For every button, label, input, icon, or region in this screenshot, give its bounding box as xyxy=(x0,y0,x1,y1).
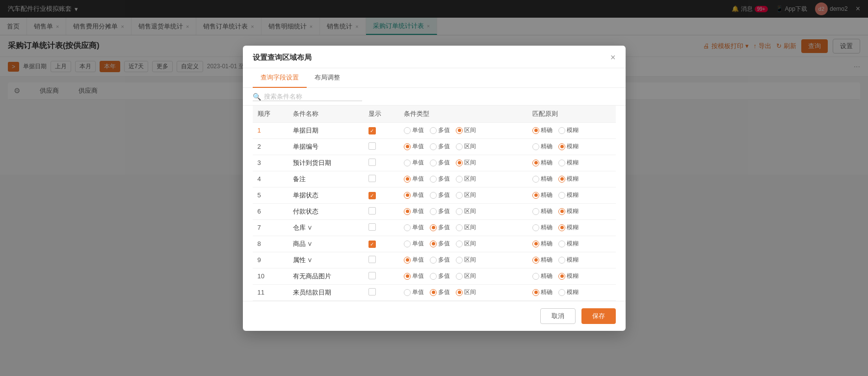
row-name: 单据日期 xyxy=(288,122,364,138)
checkbox[interactable] xyxy=(368,175,376,175)
modal-tab-layout-label: 布局调整 xyxy=(315,74,340,81)
type-range-radio[interactable]: 区间 xyxy=(456,142,476,151)
radio-fuzzy-circle xyxy=(558,127,565,134)
table-row: 4备注 单值 多值 区间 精确 xyxy=(253,171,616,175)
type-multi-radio[interactable]: 多值 xyxy=(430,126,450,134)
row-type: 单值 多值 区间 xyxy=(399,155,527,171)
type-single-radio[interactable]: 单值 xyxy=(404,159,424,167)
type-single-label: 单值 xyxy=(412,142,424,151)
row-seq: 2 xyxy=(253,138,288,155)
seq-number: 1 xyxy=(258,127,261,134)
type-range-label: 区间 xyxy=(464,126,476,134)
checkbox[interactable] xyxy=(368,159,376,166)
settings-modal: 设置查询区域布局 × 查询字段设置 布局调整 🔍 顺序 xyxy=(243,46,626,175)
modal-header: 设置查询区域布局 × xyxy=(243,46,626,68)
radio-exact-circle xyxy=(532,160,539,166)
type-range-label: 区间 xyxy=(464,159,476,167)
radio-multi-circle xyxy=(430,160,437,166)
row-display-checkbox[interactable] xyxy=(364,138,399,155)
modal-close-button[interactable]: × xyxy=(610,53,616,63)
modal-overlay: 设置查询区域布局 × 查询字段设置 布局调整 🔍 顺序 xyxy=(0,0,868,175)
match-exact-label: 精确 xyxy=(541,126,552,134)
row-display-checkbox[interactable] xyxy=(364,171,399,175)
type-multi-radio[interactable]: 多值 xyxy=(430,159,450,167)
col-header-name: 条件名称 xyxy=(288,106,364,123)
type-multi-label: 多值 xyxy=(438,159,450,167)
row-type: 单值 多值 区间 xyxy=(399,171,527,175)
radio-exact-circle xyxy=(532,127,539,134)
type-radio-group: 单值 多值 区间 xyxy=(404,142,523,151)
type-single-label: 单值 xyxy=(412,159,424,167)
row-seq: 3 xyxy=(253,155,288,171)
modal-table-wrap: 顺序 条件名称 显示 条件类型 匹配原则 1单据日期 单值 xyxy=(243,106,626,175)
radio-fuzzy-circle xyxy=(558,143,565,150)
search-box: 🔍 xyxy=(243,88,626,106)
seq-number: 2 xyxy=(258,143,261,150)
radio-fuzzy-circle xyxy=(558,160,565,166)
match-fuzzy-radio[interactable]: 模糊 xyxy=(558,126,579,134)
match-fuzzy-radio[interactable]: 模糊 xyxy=(558,142,579,151)
type-single-radio[interactable]: 单值 xyxy=(404,126,424,134)
match-fuzzy-label: 模糊 xyxy=(567,159,579,167)
row-type: 单值 多值 区间 xyxy=(399,138,527,155)
type-radio-group: 单值 多值 区间 xyxy=(404,126,523,134)
radio-exact-circle xyxy=(532,143,539,150)
row-match: 精确 模糊 xyxy=(527,138,615,155)
col-header-display: 显示 xyxy=(364,106,399,123)
checkbox[interactable] xyxy=(368,127,376,134)
radio-single-circle xyxy=(404,127,411,134)
row-display-checkbox[interactable] xyxy=(364,122,399,138)
row-name: 单据编号 xyxy=(288,138,364,155)
checkbox[interactable] xyxy=(368,142,376,150)
radio-single-circle xyxy=(404,160,411,166)
modal-tab-layout[interactable]: 布局调整 xyxy=(307,68,348,88)
seq-number: 3 xyxy=(258,159,261,166)
row-seq: 1 xyxy=(253,122,288,138)
row-match: 精确 模糊 xyxy=(527,122,615,138)
type-range-radio[interactable]: 区间 xyxy=(456,126,476,134)
match-fuzzy-label: 模糊 xyxy=(567,126,579,134)
type-range-radio[interactable]: 区间 xyxy=(456,159,476,167)
col-header-seq: 顺序 xyxy=(253,106,288,123)
modal-tab-query-fields[interactable]: 查询字段设置 xyxy=(253,68,307,88)
match-exact-label: 精确 xyxy=(541,159,552,167)
match-fuzzy-radio[interactable]: 模糊 xyxy=(558,159,579,167)
radio-range-circle xyxy=(456,143,463,150)
row-type: 单值 多值 区间 xyxy=(399,122,527,138)
match-radio-group: 精确 模糊 xyxy=(532,142,610,151)
type-single-label: 单值 xyxy=(412,126,424,134)
search-underline: 🔍 xyxy=(253,93,362,101)
type-multi-radio[interactable]: 多值 xyxy=(430,142,450,151)
radio-multi-circle xyxy=(430,127,437,134)
table-row: 3预计到货日期 单值 多值 区间 精确 xyxy=(253,155,616,171)
search-icon: 🔍 xyxy=(253,93,261,101)
match-fuzzy-label: 模糊 xyxy=(567,142,579,151)
match-exact-radio[interactable]: 精确 xyxy=(532,142,552,151)
radio-single-circle xyxy=(404,143,411,150)
type-range-label: 区间 xyxy=(464,142,476,151)
match-exact-radio[interactable]: 精确 xyxy=(532,126,552,134)
col-header-type: 条件类型 xyxy=(399,106,527,123)
type-multi-label: 多值 xyxy=(438,126,450,134)
type-radio-group: 单值 多值 区间 xyxy=(404,159,523,167)
radio-multi-circle xyxy=(430,143,437,150)
radio-range-circle xyxy=(456,127,463,134)
row-seq: 4 xyxy=(253,171,288,175)
row-match: 精确 模糊 xyxy=(527,155,615,171)
row-display-checkbox[interactable] xyxy=(364,155,399,171)
modal-title: 设置查询区域布局 xyxy=(253,53,312,62)
col-header-match: 匹配原则 xyxy=(527,106,615,123)
row-match: 精确 模糊 xyxy=(527,171,615,175)
type-multi-label: 多值 xyxy=(438,142,450,151)
match-radio-group: 精确 模糊 xyxy=(532,159,610,167)
match-exact-label: 精确 xyxy=(541,142,552,151)
row-name: 预计到货日期 xyxy=(288,155,364,171)
type-single-radio[interactable]: 单值 xyxy=(404,142,424,151)
modal-table: 顺序 条件名称 显示 条件类型 匹配原则 1单据日期 单值 xyxy=(253,106,616,175)
table-row: 1单据日期 单值 多值 区间 精确 xyxy=(253,122,616,138)
match-exact-radio[interactable]: 精确 xyxy=(532,159,552,167)
radio-range-circle xyxy=(456,160,463,166)
row-name: 备注 xyxy=(288,171,364,175)
modal-tab-query-fields-label: 查询字段设置 xyxy=(261,74,299,81)
search-input[interactable] xyxy=(264,93,362,100)
